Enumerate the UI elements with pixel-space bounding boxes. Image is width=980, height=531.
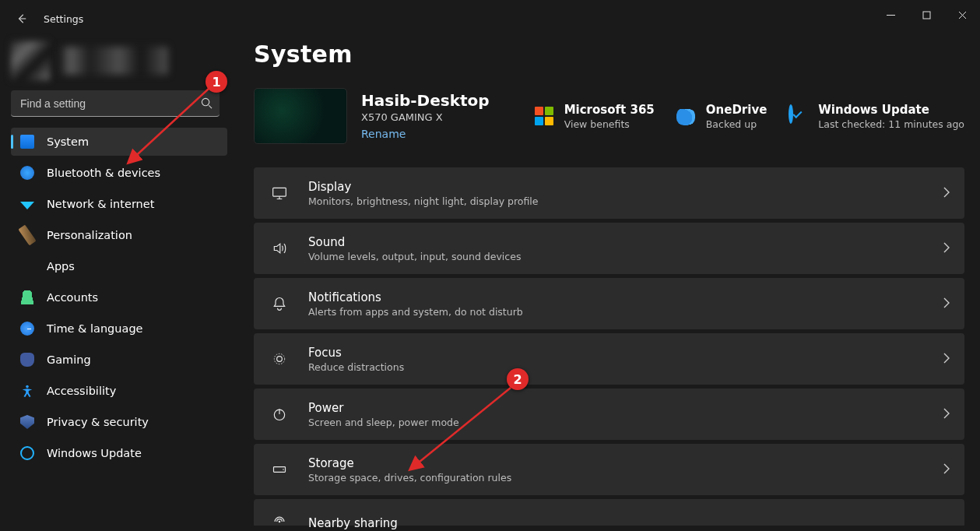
arrow-left-icon — [16, 13, 27, 24]
main-content: System Hasib-Desktop X570 GAMING X Renam… — [254, 40, 964, 531]
svg-rect-3 — [273, 188, 286, 196]
apps-icon — [20, 259, 34, 273]
window-controls — [873, 0, 980, 30]
svg-point-9 — [279, 521, 281, 523]
chevron-right-icon — [943, 241, 950, 256]
chevron-right-icon — [943, 297, 950, 311]
sidebar-item-apps[interactable]: Apps — [11, 252, 227, 280]
settings-item-title: Focus — [308, 346, 404, 360]
clock-icon — [20, 322, 34, 336]
settings-item-title: Notifications — [308, 290, 523, 304]
settings-item-power[interactable]: Power Screen and sleep, power mode — [254, 389, 964, 440]
settings-item-title: Power — [308, 401, 459, 415]
sidebar-item-network[interactable]: Network & internet — [11, 190, 227, 218]
microsoft-365-icon — [535, 107, 553, 125]
sidebar-item-label: Network & internet — [47, 198, 154, 210]
settings-item-notifications[interactable]: Notifications Alerts from apps and syste… — [254, 278, 964, 329]
accessibility-icon — [20, 384, 34, 398]
sidebar: System Bluetooth & devices Network & int… — [0, 37, 234, 531]
settings-item-focus[interactable]: Focus Reduce distractions — [254, 333, 964, 385]
device-meta: Hasib-Desktop X570 GAMING X Rename — [361, 91, 490, 141]
chevron-right-icon — [943, 407, 950, 422]
sidebar-item-time[interactable]: Time & language — [11, 315, 227, 343]
status-onedrive[interactable]: OneDrive Backed up — [676, 103, 767, 130]
settings-list: Display Monitors, brightness, night ligh… — [254, 167, 964, 526]
status-windows-update[interactable]: Windows Update Last checked: 11 minutes … — [789, 103, 964, 130]
settings-item-desc: Monitors, brightness, night light, displ… — [308, 195, 538, 207]
shield-icon — [20, 415, 34, 429]
focus-icon — [271, 350, 288, 367]
status-title: OneDrive — [706, 103, 767, 117]
settings-item-title: Display — [308, 180, 538, 194]
user-profile[interactable] — [11, 37, 230, 84]
settings-item-nearby-sharing[interactable]: Nearby sharing — [254, 499, 964, 526]
sidebar-nav: System Bluetooth & devices Network & int… — [0, 128, 230, 467]
svg-point-2 — [26, 385, 29, 389]
sidebar-item-update[interactable]: Windows Update — [11, 439, 227, 467]
sidebar-item-label: Personalization — [47, 229, 132, 241]
sidebar-item-label: Apps — [47, 260, 75, 273]
status-title: Microsoft 365 — [564, 103, 655, 117]
sidebar-item-privacy[interactable]: Privacy & security — [11, 408, 227, 436]
sidebar-item-label: Privacy & security — [47, 416, 149, 428]
search-input[interactable] — [11, 97, 193, 110]
close-icon — [958, 11, 967, 19]
chevron-right-icon — [943, 462, 950, 477]
sidebar-item-accounts[interactable]: Accounts — [11, 283, 227, 311]
minimize-button[interactable] — [873, 0, 908, 30]
system-icon — [20, 135, 34, 149]
nearby-sharing-icon — [271, 513, 288, 530]
svg-point-5 — [277, 357, 283, 362]
sidebar-item-label: Bluetooth & devices — [47, 167, 160, 179]
settings-item-desc: Volume levels, output, input, sound devi… — [308, 251, 521, 262]
sidebar-item-bluetooth[interactable]: Bluetooth & devices — [11, 159, 227, 187]
page-title: System — [254, 40, 964, 68]
person-icon — [20, 290, 34, 304]
window-title: Settings — [44, 13, 83, 25]
sidebar-item-personalization[interactable]: Personalization — [11, 221, 227, 249]
close-button[interactable] — [944, 0, 980, 30]
sidebar-item-label: System — [47, 135, 89, 148]
device-name: Hasib-Desktop — [361, 91, 490, 110]
device-info[interactable]: Hasib-Desktop X570 GAMING X Rename — [254, 88, 490, 144]
settings-item-title: Storage — [308, 456, 511, 470]
maximize-button[interactable] — [908, 0, 944, 30]
chevron-right-icon — [943, 352, 950, 367]
search-box[interactable] — [11, 90, 220, 117]
svg-rect-0 — [923, 12, 930, 19]
settings-item-display[interactable]: Display Monitors, brightness, night ligh… — [254, 167, 964, 219]
sidebar-item-system[interactable]: System — [11, 128, 227, 156]
minimize-icon — [887, 11, 895, 19]
display-icon — [271, 185, 288, 202]
bell-icon — [271, 295, 288, 312]
bluetooth-icon — [20, 166, 34, 180]
sidebar-item-label: Time & language — [47, 322, 143, 335]
settings-item-storage[interactable]: Storage Storage space, drives, configura… — [254, 444, 964, 495]
brush-icon — [18, 225, 36, 246]
rename-link[interactable]: Rename — [361, 128, 406, 140]
status-desc: View benefits — [564, 118, 655, 130]
power-icon — [271, 406, 288, 423]
status-desc: Last checked: 11 minutes ago — [818, 118, 964, 130]
settings-item-sound[interactable]: Sound Volume levels, output, input, soun… — [254, 223, 964, 274]
status-cards: Microsoft 365 View benefits OneDrive Bac… — [535, 103, 964, 130]
wifi-icon — [20, 197, 34, 211]
onedrive-icon — [676, 107, 695, 125]
storage-icon — [271, 461, 288, 478]
settings-item-desc: Storage space, drives, configuration rul… — [308, 472, 511, 484]
back-button[interactable] — [14, 11, 30, 26]
svg-point-1 — [202, 98, 209, 105]
avatar — [11, 41, 50, 80]
settings-item-title: Sound — [308, 235, 521, 249]
status-title: Windows Update — [818, 103, 964, 117]
sidebar-item-gaming[interactable]: Gaming — [11, 346, 227, 374]
svg-point-4 — [274, 353, 284, 364]
windows-update-icon — [789, 107, 807, 125]
desktop-wallpaper-thumbnail — [254, 88, 347, 144]
sidebar-item-accessibility[interactable]: Accessibility — [11, 377, 227, 405]
search-button[interactable] — [193, 90, 220, 117]
update-icon — [20, 446, 34, 460]
title-bar: Settings — [0, 0, 980, 37]
status-m365[interactable]: Microsoft 365 View benefits — [535, 103, 655, 130]
device-model: X570 GAMING X — [361, 111, 490, 123]
